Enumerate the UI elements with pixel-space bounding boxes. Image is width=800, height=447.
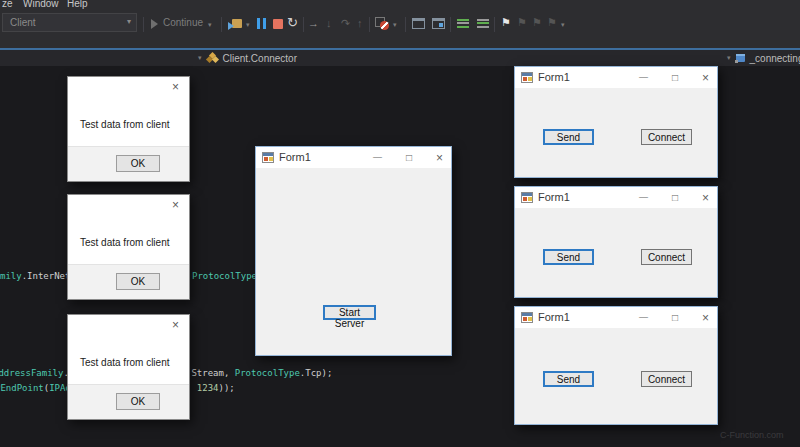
connect-button[interactable]: Connect <box>641 129 692 145</box>
titlebar[interactable]: Form1 — □ × <box>515 67 717 88</box>
type-dropdown[interactable]: ▾ Client.Connector <box>198 51 297 65</box>
messagebox-button-strip: OK <box>68 264 189 299</box>
connect-button[interactable]: Connect <box>641 371 692 387</box>
toolbar-separator <box>221 17 222 32</box>
messagebox-window: × Test data from client OK <box>67 76 190 182</box>
window-controls: — □ × <box>639 187 709 208</box>
visual-studio-window: ze Window Help Client ▾ Continue ▾ ▾ ↻ →… <box>0 0 800 447</box>
close-icon[interactable]: × <box>172 319 179 331</box>
code-token: mily <box>0 271 22 281</box>
bookmark-icon[interactable]: ⚑ <box>501 16 511 29</box>
chevron-down-icon: ▾ <box>727 54 731 62</box>
connect-button[interactable]: Connect <box>641 249 692 265</box>
step-into-icon[interactable]: ↓ <box>326 17 332 29</box>
stop-debugging-icon[interactable] <box>273 19 283 29</box>
uncomment-icon[interactable] <box>477 19 489 28</box>
code-fragment: ProtocolType <box>192 271 257 281</box>
member-dropdown[interactable]: ▾ _connecting <box>727 51 800 65</box>
chevron-down-icon: ▾ <box>198 54 202 62</box>
window-controls: — □ × <box>639 67 709 88</box>
close-button[interactable]: × <box>702 312 709 324</box>
form-icon <box>521 312 533 323</box>
menu-item-window[interactable]: Window <box>23 0 59 9</box>
chevron-down-icon[interactable]: ▾ <box>393 21 397 29</box>
minimize-button[interactable]: — <box>639 73 648 82</box>
toolbar-separator <box>405 17 406 32</box>
messagebox-text: Test data from client <box>80 119 169 130</box>
send-button[interactable]: Send <box>543 371 594 387</box>
menu-item-analyze[interactable]: ze <box>2 0 13 9</box>
continue-button[interactable]: Continue <box>163 17 203 28</box>
minimize-button[interactable]: — <box>639 193 648 202</box>
menu-item-help[interactable]: Help <box>67 0 88 9</box>
class-icon <box>207 53 218 63</box>
ok-button[interactable]: OK <box>116 273 160 290</box>
messagebox-window: × Test data from client OK <box>67 314 190 420</box>
clear-bookmarks-icon[interactable]: ⚑ <box>547 16 557 29</box>
show-next-statement-icon[interactable]: → <box>308 17 319 29</box>
messagebox-button-strip: OK <box>68 384 189 419</box>
window-title: Form1 <box>538 311 570 323</box>
code-fragment: .Stream, ProtocolType.Tcp); <box>186 368 332 378</box>
next-bookmark-icon[interactable]: ⚑ <box>532 16 542 29</box>
watermark-text: C-Function.com <box>720 430 784 440</box>
minimize-button[interactable]: — <box>639 313 648 322</box>
maximize-button[interactable]: □ <box>406 153 412 163</box>
minimize-button[interactable]: — <box>373 153 382 162</box>
window-controls: — □ × <box>639 307 709 328</box>
window-controls: — □ × <box>373 147 443 168</box>
close-button[interactable]: × <box>702 72 709 84</box>
titlebar[interactable]: Form1 — □ × <box>515 307 717 328</box>
break-all-icon[interactable] <box>257 18 266 29</box>
ok-button[interactable]: OK <box>116 155 160 172</box>
startup-project-dropdown[interactable]: Client ▾ <box>2 13 137 32</box>
code-fragment: AddressFamily.I <box>0 368 74 378</box>
comment-icon[interactable] <box>457 19 469 28</box>
step-over-icon[interactable]: ↷ <box>341 17 350 30</box>
client-form-window: Form1 — □ × Send Connect <box>514 306 718 425</box>
code-token: PEndPoint <box>0 383 44 393</box>
messagebox-window: × Test data from client OK <box>67 194 190 300</box>
send-button[interactable]: Send <box>543 249 594 265</box>
tool-window-icon[interactable] <box>412 18 425 29</box>
toolbar-overflow-icon[interactable]: ▾ <box>561 21 565 29</box>
chevron-down-icon[interactable]: ▾ <box>208 21 212 29</box>
attach-to-process-icon[interactable] <box>228 18 242 30</box>
code-fragment: mily.InterNetw <box>0 271 76 281</box>
ok-button[interactable]: OK <box>116 393 160 410</box>
restart-icon[interactable]: ↻ <box>287 15 298 30</box>
close-icon[interactable]: × <box>172 81 179 93</box>
code-token: 1234 <box>197 383 219 393</box>
code-fragment: PEndPoint(IPAdd <box>0 383 76 393</box>
close-icon[interactable]: × <box>172 199 179 211</box>
close-button[interactable]: × <box>436 152 443 164</box>
maximize-button[interactable]: □ <box>672 193 678 203</box>
maximize-button[interactable]: □ <box>672 73 678 83</box>
continue-play-icon[interactable] <box>151 19 158 29</box>
chevron-down-icon[interactable]: ▾ <box>246 21 250 29</box>
step-out-icon[interactable]: ↑ <box>357 17 363 29</box>
messagebox-button-strip: OK <box>68 146 189 181</box>
titlebar[interactable]: Form1 — □ × <box>515 187 717 208</box>
send-button[interactable]: Send <box>543 129 594 145</box>
navigation-bar: ▾ Client.Connector ▾ _connecting <box>0 48 800 66</box>
startup-project-label: Client <box>10 17 36 28</box>
tool-window-export-icon[interactable] <box>432 18 445 29</box>
type-name: Client.Connector <box>223 53 297 64</box>
server-form-window: Form1 — □ × Start Server <box>255 146 452 356</box>
code-token: .Stream, <box>186 368 235 378</box>
member-name: _connecting <box>750 53 800 64</box>
disable-breakpoints-icon[interactable] <box>375 17 389 30</box>
toolbar-separator <box>143 17 144 32</box>
window-title: Form1 <box>538 71 570 83</box>
close-button[interactable]: × <box>702 192 709 204</box>
toolbar-separator <box>303 17 304 32</box>
start-server-button[interactable]: Start Server <box>323 305 376 320</box>
form-icon <box>521 72 533 83</box>
debug-toolbar: Client ▾ Continue ▾ ▾ ↻ → ↓ ↷ ↑ ▾ ⚑ ⚑ ⚑ … <box>0 13 800 48</box>
code-token: AddressFamily <box>0 368 63 378</box>
titlebar[interactable]: Form1 — □ × <box>256 147 451 168</box>
toolbar-separator <box>369 17 370 32</box>
previous-bookmark-icon[interactable]: ⚑ <box>517 16 527 29</box>
maximize-button[interactable]: □ <box>672 313 678 323</box>
